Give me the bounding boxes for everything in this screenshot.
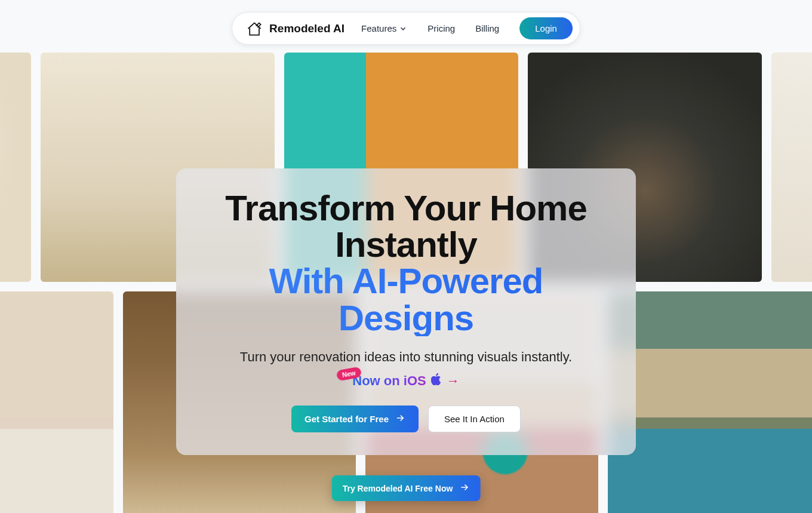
nav-billing[interactable]: Billing	[475, 23, 499, 33]
chevron-down-icon	[399, 24, 407, 33]
login-label: Login	[535, 23, 557, 33]
brand-name: Remodeled AI	[269, 22, 345, 35]
nav-pricing-label: Pricing	[427, 23, 455, 33]
gallery-tile	[771, 53, 812, 282]
ios-link[interactable]: New Now on iOS →	[352, 373, 459, 389]
nav-pricing[interactable]: Pricing	[427, 23, 455, 33]
brand[interactable]: Remodeled AI	[245, 20, 345, 38]
main-nav: Remodeled AI Features Pricing Billing Lo…	[232, 12, 580, 45]
nav-billing-label: Billing	[475, 23, 499, 33]
nav-features[interactable]: Features	[361, 23, 407, 33]
cta-row: Get Started for Free See It In Action	[199, 406, 613, 432]
see-it-label: See It In Action	[444, 414, 505, 424]
gallery-tile	[0, 291, 113, 513]
floating-try-button[interactable]: Try Remodeled AI Free Now	[332, 475, 481, 501]
apple-icon	[431, 373, 442, 389]
nav-features-label: Features	[361, 23, 396, 33]
get-started-label: Get Started for Free	[304, 414, 389, 424]
hero-card: Transform Your Home Instantly With AI-Po…	[176, 168, 636, 455]
hero-title-line2: With AI-Powered Designs	[199, 263, 613, 336]
nav-links: Features Pricing Billing Login	[361, 17, 573, 39]
hero-title-line1: Transform Your Home Instantly	[225, 188, 587, 265]
gallery-tile	[0, 53, 31, 282]
ios-text: Now on iOS	[352, 373, 426, 389]
see-it-in-action-button[interactable]: See It In Action	[428, 406, 521, 432]
login-button[interactable]: Login	[519, 17, 573, 39]
get-started-button[interactable]: Get Started for Free	[291, 406, 419, 432]
house-pencil-icon	[245, 20, 263, 38]
floating-try-label: Try Remodeled AI Free Now	[343, 484, 453, 493]
arrow-right-icon	[395, 413, 405, 425]
hero-title: Transform Your Home Instantly With AI-Po…	[199, 190, 613, 336]
ios-arrow: →	[447, 373, 460, 389]
arrow-right-icon	[459, 482, 469, 494]
gallery-tile	[608, 291, 812, 513]
hero-subtitle: Turn your renovation ideas into stunning…	[199, 349, 613, 365]
